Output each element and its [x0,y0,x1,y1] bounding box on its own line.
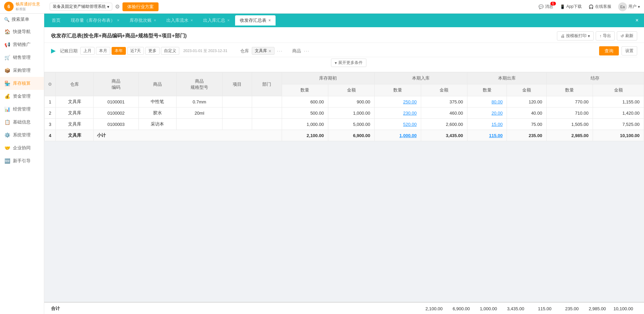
online-service-button[interactable]: 🎧 在线客服 [589,4,611,10]
row2-goods-code: 0100002 [94,108,139,119]
page-content: 收发存汇总表(按仓库+商品编码+商品+规格型号+项目+部门) 🖨 按模板打印 ▾… [44,27,644,302]
row1-opening-amt: 900.00 [328,96,374,108]
row1-in-amt: 375.00 [421,96,467,108]
warehouse-tag-close[interactable]: × [268,48,271,54]
date-btn-this-year[interactable]: 本年 [112,47,126,55]
subtotal-label: 小计 [94,130,282,141]
tab-close-icon[interactable]: × [154,18,156,23]
user-button[interactable]: Ea 用户 ▾ [618,2,640,11]
print-icon: 🖨 [561,34,565,38]
settings-button[interactable]: 设置 [622,46,637,55]
col-goods-spec-header: 商品规格型号 [177,72,222,96]
sidebar-item-operation[interactable]: 📊 经营管理 [0,103,44,116]
system-icon: ⚙️ [4,132,10,138]
row3-project [222,119,252,130]
col-warehouse-header: 仓库 [56,72,94,96]
tab-inout-flow[interactable]: 出入库流水 × [162,15,198,26]
tab-home[interactable]: 首页 [47,15,65,26]
print-button[interactable]: 🖨 按模板打印 ▾ [557,31,594,40]
chevron-down-icon: ▾ [335,61,337,65]
col-dept-header: 部门 [252,72,282,96]
sidebar-item-basic[interactable]: 📋 基础信息 [0,116,44,129]
row2-opening-amt: 1,000.00 [328,108,374,119]
col-opening-group-header: 库存期初 [282,72,375,84]
sidebar-item-finance[interactable]: 💰 资金管理 [0,90,44,103]
tab-close-icon[interactable]: × [268,18,271,23]
gear-settings-icon[interactable]: ⚙ [115,3,120,10]
row2-dept [252,108,282,119]
col-out-group-header: 本期出库 [467,72,547,84]
page-title: 收发存汇总表(按仓库+商品编码+商品+规格型号+项目+部门) [51,33,187,39]
top-bar-right: 💬 消息 6 📱 App下载 🎧 在线客服 Ea 用户 ▾ [539,2,640,11]
table-row: 2 文具库 0100002 胶水 20ml 500.00 1,000.00 [45,108,644,119]
sidebar-item-sales[interactable]: 🛒 销售管理 [0,51,44,64]
filter-toggle-arrow[interactable]: ▶ [51,47,56,54]
goods-dots[interactable]: ··· [304,48,310,53]
subtotal-in-qty[interactable]: 1,000.00 [375,130,421,141]
query-button[interactable]: 查询 [599,46,619,55]
date-btn-this-month[interactable]: 本月 [96,47,110,55]
col-goods-code-header: 商品编码 [94,72,139,96]
marketing-icon: 📢 [4,42,10,48]
date-btn-7days[interactable]: 近7天 [127,47,144,55]
sidebar-item-guide[interactable]: 🆕 新手引导 [0,154,44,167]
date-btn-last-month[interactable]: 上月 [80,47,95,55]
page-close-button[interactable]: × [633,17,641,23]
col-goods-name-header: 商品 [138,72,176,96]
col-in-group-header: 本期入库 [375,72,467,84]
row2-project [222,108,252,119]
row3-goods-spec [177,119,222,130]
row3-out-qty[interactable]: 15.00 [467,119,507,130]
search-menu-item[interactable]: 🔍 搜索菜单 [0,14,44,25]
collab-icon: 🤝 [4,145,10,151]
total-in-amt: 3,435.00 [501,306,528,311]
main-layout: 🔍 搜索菜单 🏠 快捷导航 📢 营销推广 🛒 销售管理 📦 采购管理 🏪 [0,14,644,314]
trial-button[interactable]: 体验行业方案 [122,2,159,11]
sidebar-item-quicknav[interactable]: 🏠 快捷导航 [0,25,44,38]
row1-warehouse: 文具库 [56,96,94,108]
sidebar-item-system[interactable]: ⚙️ 系统管理 [0,129,44,142]
refresh-button[interactable]: ↺ 刷新 [617,31,637,40]
tab-recv-send[interactable]: 收发存汇总表 × [235,15,276,26]
tab-close-icon[interactable]: × [227,18,230,23]
subtotal-out-qty[interactable]: 115.00 [467,130,507,141]
table-gear-icon[interactable]: ⚙ [48,82,52,87]
system-selector[interactable]: 装备及固定资产辅助管理系统 ▾ [50,3,112,11]
refresh-icon: ↺ [621,34,624,38]
app-download-button[interactable]: 📱 App下载 [560,4,582,10]
col-in-qty-header: 数量 [375,84,421,96]
date-btn-more[interactable]: 更多 [145,47,160,55]
sidebar-item-inventory[interactable]: 🏪 库存核算 [0,77,44,90]
sidebar-item-purchase[interactable]: 📦 采购管理 [0,64,44,77]
subtotal-warehouse: 文具库 [56,130,94,141]
col-in-amt-header: 金额 [421,84,467,96]
sales-icon: 🛒 [4,54,10,61]
warehouse-tag: 文具库 × [252,47,274,55]
export-button[interactable]: ↑ 导出 [596,31,615,40]
date-btn-custom[interactable]: 自定义 [161,47,179,55]
total-in-qty: 1,000.00 [474,306,501,311]
tab-batch[interactable]: 库存批次账 × [125,15,161,26]
total-out-amt: 235.00 [556,306,583,311]
tab-close-icon[interactable]: × [117,18,119,23]
tab-bar: 首页 现存量（库存分布表） × 库存批次账 × 出入库流水 × 出入库汇总 × [44,14,644,27]
tab-close-icon[interactable]: × [191,18,193,23]
warehouse-dots[interactable]: ··· [277,48,283,53]
expand-button[interactable]: ▾ 展开更多条件 [331,59,366,67]
date-label: 记账日期 [60,48,78,54]
message-button[interactable]: 💬 消息 6 [539,4,553,10]
row2-out-qty[interactable]: 20.00 [467,108,507,119]
tab-inventory-dist[interactable]: 现存量（库存分布表） × [66,15,124,26]
sidebar-item-collab[interactable]: 🤝 企业协同 [0,142,44,154]
row1-out-qty[interactable]: 80.00 [467,96,507,108]
sidebar-item-marketing[interactable]: 📢 营销推广 [0,38,44,51]
row3-warehouse: 文具库 [56,119,94,130]
row1-out-amt: 120.00 [507,96,546,108]
row2-in-qty[interactable]: 230.00 [375,108,421,119]
col-project-header: 项目 [222,72,252,96]
row3-in-qty[interactable]: 520.00 [375,119,421,130]
col-settings-header[interactable]: ⚙ [45,72,56,96]
tab-inout-summary[interactable]: 出入库汇总 × [198,15,234,26]
row1-in-qty[interactable]: 250.00 [375,96,421,108]
message-badge: 6 [550,2,556,5]
